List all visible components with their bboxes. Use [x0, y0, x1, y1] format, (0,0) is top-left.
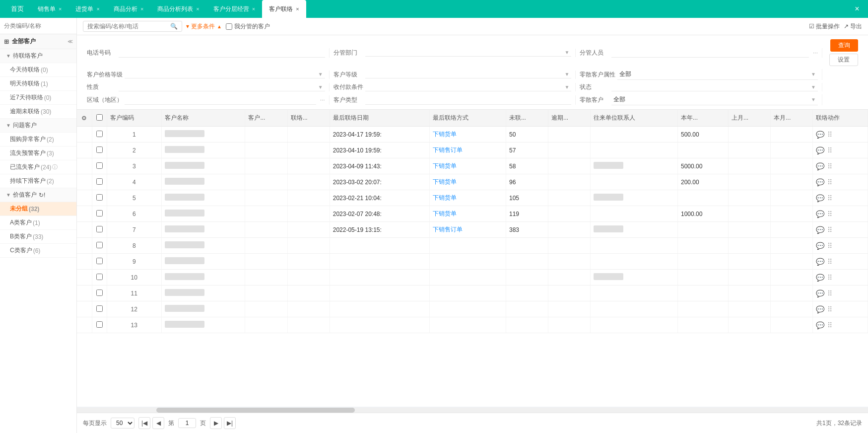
filter-nature-select[interactable]: ▼ [119, 83, 325, 91]
contact-way-link[interactable]: 下销售订单 [433, 146, 463, 153]
row-checkbox[interactable] [96, 289, 103, 296]
nav-tab-product-analysis-list[interactable]: 商品分析列表 × [150, 0, 206, 18]
row-check[interactable] [92, 238, 107, 254]
last-contact-way-cell[interactable]: 下销货单 [429, 127, 506, 143]
row-checkbox[interactable] [96, 194, 103, 201]
last-contact-way-cell[interactable] [429, 254, 506, 270]
next-page-btn[interactable]: ▶ [210, 417, 222, 429]
close-purchase-icon[interactable]: × [96, 6, 99, 12]
sidebar-item-churn-warning[interactable]: 流失预警客户 (3) [0, 146, 76, 160]
sidebar-item-hoarding-abnormal[interactable]: 囤购异常客户 (2) [0, 133, 76, 146]
my-customers-check[interactable] [226, 23, 232, 30]
prev-page-btn[interactable]: ◀ [152, 417, 164, 429]
contact-way-link[interactable]: 下销售订单 [433, 226, 463, 233]
filter-dept-select[interactable]: ▼ [365, 49, 572, 57]
sidebar-search-input[interactable] [4, 22, 77, 29]
row-check[interactable] [92, 206, 107, 222]
grid-action-icon[interactable]: ⠿ [827, 162, 832, 170]
window-close-button[interactable]: × [850, 2, 864, 16]
first-page-btn[interactable]: |◀ [138, 417, 150, 429]
chat-icon[interactable]: 💬 [816, 289, 824, 297]
search-input[interactable] [87, 23, 168, 30]
refresh-icon[interactable]: ↻ [39, 192, 44, 199]
nav-home[interactable]: 首页 [4, 4, 31, 13]
close-product-analysis-icon[interactable]: × [140, 6, 143, 12]
filter-retail-customer-select[interactable]: 全部 ▼ [611, 94, 818, 105]
close-customer-contact-icon[interactable]: × [296, 6, 299, 12]
contact-way-link[interactable]: 下销货单 [433, 162, 457, 169]
nav-tab-purchase[interactable]: 进货单 × [68, 0, 106, 18]
filter-manager-input[interactable] [611, 48, 809, 58]
contact-way-link[interactable]: 下销货单 [433, 131, 457, 138]
sidebar-item-type-b[interactable]: B类客户 (33) [0, 230, 76, 244]
row-checkbox[interactable] [96, 321, 103, 328]
page-number-input[interactable] [178, 418, 196, 428]
sidebar-item-ungrouped[interactable]: 未分组 (32) [0, 202, 76, 216]
grid-action-icon[interactable]: ⠿ [827, 131, 832, 139]
grid-action-icon[interactable]: ⠿ [827, 194, 832, 202]
row-check[interactable] [92, 158, 107, 174]
row-checkbox[interactable] [96, 178, 103, 185]
row-checkbox[interactable] [96, 258, 103, 264]
grid-action-icon[interactable]: ⠿ [827, 226, 832, 234]
close-sales-icon[interactable]: × [59, 6, 62, 12]
last-contact-way-cell[interactable]: 下销货单 [429, 158, 506, 174]
close-product-analysis-list-icon[interactable]: × [196, 6, 199, 12]
grid-action-icon[interactable]: ⠿ [827, 146, 832, 154]
select-all-checkbox[interactable] [96, 114, 103, 121]
row-checkbox[interactable] [96, 242, 103, 248]
grid-action-icon[interactable]: ⠿ [827, 274, 832, 282]
filter-customer-level-select[interactable]: ▼ [365, 71, 572, 78]
row-check[interactable] [92, 190, 107, 206]
grid-action-icon[interactable]: ⠿ [827, 178, 832, 186]
row-check[interactable] [92, 301, 107, 317]
more-conditions-btn[interactable]: ▾ 更多条件 ▲ [186, 22, 222, 31]
chat-icon[interactable]: 💬 [816, 274, 824, 282]
horizontal-scrollbar[interactable] [77, 408, 868, 413]
row-checkbox[interactable] [96, 274, 103, 280]
last-contact-way-cell[interactable] [429, 301, 506, 317]
last-contact-way-cell[interactable]: 下销货单 [429, 206, 506, 222]
search-icon[interactable]: 🔍 [170, 23, 178, 30]
last-page-btn[interactable]: ▶| [224, 417, 236, 429]
nav-tab-product-analysis[interactable]: 商品分析 × [107, 0, 150, 18]
batch-operation-btn[interactable]: ☑ 批量操作 [809, 22, 840, 31]
sidebar-item-tomorrow-pending[interactable]: 明天待联络 (1) [0, 77, 76, 91]
sidebar-all-customers[interactable]: ⊞ 全部客户 ≪ [0, 34, 76, 49]
last-contact-way-cell[interactable] [429, 317, 506, 333]
chat-icon[interactable]: 💬 [816, 162, 824, 170]
row-check[interactable] [92, 222, 107, 238]
page-size-select[interactable]: 50 [111, 418, 134, 429]
grid-action-icon[interactable]: ⠿ [827, 289, 832, 297]
row-checkbox[interactable] [96, 131, 103, 137]
last-contact-way-cell[interactable]: 下销货单 [429, 190, 506, 206]
filter-payment-select[interactable]: ▼ [365, 83, 572, 91]
query-button[interactable]: 查询 [830, 39, 858, 52]
row-check[interactable] [92, 317, 107, 333]
gear-column-header[interactable]: ⚙ [77, 110, 92, 127]
last-contact-way-cell[interactable] [429, 270, 506, 286]
chat-icon[interactable]: 💬 [816, 210, 824, 218]
filter-phone-input[interactable] [119, 48, 325, 58]
row-checkbox[interactable] [96, 305, 103, 312]
chat-icon[interactable]: 💬 [816, 178, 824, 186]
grid-action-icon[interactable]: ⠿ [827, 242, 832, 250]
row-checkbox[interactable] [96, 210, 103, 216]
chat-icon[interactable]: 💬 [816, 242, 824, 250]
row-checkbox[interactable] [96, 162, 103, 169]
row-checkbox[interactable] [96, 146, 103, 153]
nav-tab-customer-segment[interactable]: 客户分层经营 × [206, 0, 262, 18]
row-check[interactable] [92, 174, 107, 190]
scrollbar-thumb[interactable] [156, 408, 355, 413]
sidebar-group-pending[interactable]: ▼ 待联络客户 [0, 49, 76, 63]
last-contact-way-cell[interactable] [429, 238, 506, 254]
last-contact-way-cell[interactable]: 下销货单 [429, 174, 506, 190]
chat-icon[interactable]: 💬 [816, 258, 824, 266]
export-btn[interactable]: ↗ 导出 [844, 22, 862, 31]
sidebar-item-type-a[interactable]: A类客户 (1) [0, 216, 76, 230]
sidebar-item-declining[interactable]: 持续下滑客户 (2) [0, 174, 76, 188]
contact-way-link[interactable]: 下销货单 [433, 194, 457, 201]
sidebar-item-overdue[interactable]: 逾期未联络 (30) [0, 105, 76, 119]
manager-dots-icon[interactable]: ··· [813, 49, 818, 56]
close-customer-segment-icon[interactable]: × [252, 6, 255, 12]
